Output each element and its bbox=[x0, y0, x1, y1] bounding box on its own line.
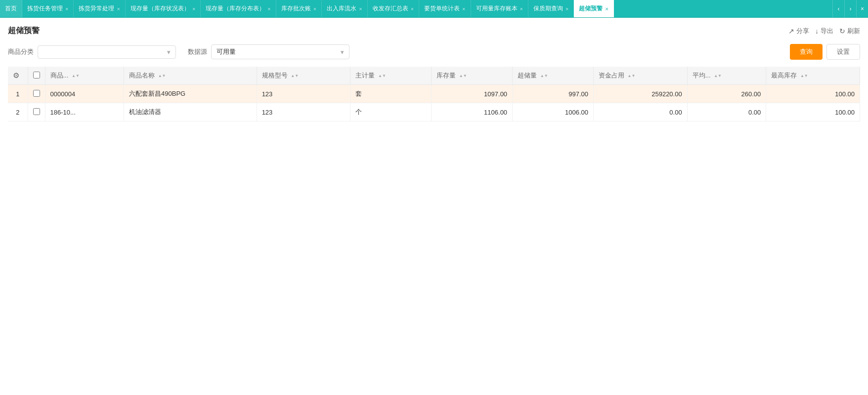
nav-avail-stock[interactable]: 可用量库存账本 × bbox=[471, 0, 528, 18]
col-max: 最高库存 ▲▼ bbox=[766, 67, 860, 85]
col-name: 商品名称 ▲▼ bbox=[124, 67, 257, 85]
nav-collect[interactable]: 收发存汇总表 × bbox=[368, 0, 419, 18]
data-table: ⚙ 商品... ▲▼ 商品名称 ▲▼ 规格型号 ▲▼ 主计 bbox=[8, 67, 860, 121]
sort-code-icon[interactable]: ▲▼ bbox=[72, 74, 80, 78]
category-filter-group: 商品分类 ▾ bbox=[8, 45, 176, 59]
export-icon: ↓ bbox=[815, 27, 819, 35]
row-avg: 0.00 bbox=[687, 103, 766, 121]
row-stock: 1106.00 bbox=[432, 103, 513, 121]
close-collect-icon[interactable]: × bbox=[411, 6, 414, 12]
row-overstock: 997.00 bbox=[513, 85, 594, 103]
category-select[interactable]: ▾ bbox=[38, 45, 176, 59]
header-actions: ↗ 分享 ↓ 导出 ↻ 刷新 bbox=[788, 27, 860, 36]
row-checkbox-cell bbox=[28, 85, 45, 103]
gear-settings-col[interactable]: ⚙ bbox=[8, 67, 28, 85]
nav-close-all[interactable]: × bbox=[856, 0, 868, 18]
col-capital: 资金占用 ▲▼ bbox=[593, 67, 687, 85]
row-code: 186-10... bbox=[45, 103, 124, 121]
close-quality-icon[interactable]: × bbox=[565, 6, 568, 12]
close-overstock-icon[interactable]: × bbox=[605, 6, 608, 12]
row-checkbox[interactable] bbox=[33, 108, 40, 115]
sort-avg-icon[interactable]: ▲▼ bbox=[714, 74, 722, 78]
row-unit: 个 bbox=[350, 103, 432, 121]
category-label: 商品分类 bbox=[8, 47, 34, 56]
filter-row: 商品分类 ▾ 数据源 可用量 ▾ 查询 设置 bbox=[8, 44, 860, 60]
row-max: 100.00 bbox=[766, 103, 860, 121]
export-button[interactable]: ↓ 导出 bbox=[815, 27, 833, 36]
page-header: 超储预警 ↗ 分享 ↓ 导出 ↻ 刷新 bbox=[8, 26, 860, 36]
col-stock: 库存量 ▲▼ bbox=[432, 67, 513, 85]
datasource-filter-group: 数据源 可用量 ▾ bbox=[188, 44, 349, 59]
refresh-button[interactable]: ↻ 刷新 bbox=[839, 27, 860, 36]
datasource-select[interactable]: 可用量 ▾ bbox=[211, 44, 349, 59]
top-nav: 首页 拣货任务管理 × 拣货异常处理 × 现存量（库存状况表） × 现存量（库存… bbox=[0, 0, 868, 18]
select-all-col bbox=[28, 67, 45, 85]
row-number: 1 bbox=[8, 85, 28, 103]
sort-stock-icon[interactable]: ▲▼ bbox=[459, 74, 467, 78]
close-avail-stock-icon[interactable]: × bbox=[520, 6, 523, 12]
sort-name-icon[interactable]: ▲▼ bbox=[158, 74, 166, 78]
nav-home[interactable]: 首页 bbox=[0, 0, 22, 18]
nav-stock-dist[interactable]: 现存量（库存分布表） × bbox=[201, 0, 276, 18]
row-checkbox-cell bbox=[28, 103, 45, 121]
row-overstock: 1006.00 bbox=[513, 103, 594, 121]
table-row: 2 186-10... 机油滤清器 123 个 1106.00 1006.00 … bbox=[8, 103, 860, 121]
select-all-checkbox[interactable] bbox=[33, 72, 40, 79]
nav-order-stat[interactable]: 要货单统计表 × bbox=[419, 0, 471, 18]
col-avg: 平均... ▲▼ bbox=[687, 67, 766, 85]
nav-inout[interactable]: 出入库流水 × bbox=[322, 0, 367, 18]
row-code: 0000004 bbox=[45, 85, 124, 103]
settings-button[interactable]: 设置 bbox=[826, 44, 860, 60]
nav-stock-status[interactable]: 现存量（库存状况表） × bbox=[126, 0, 201, 18]
nav-prev-arrow[interactable]: ‹ bbox=[832, 0, 844, 18]
table-row: 1 0000004 六配套新昌490BPG 123 套 1097.00 997.… bbox=[8, 85, 860, 103]
nav-overstock[interactable]: 超储预警 × bbox=[574, 0, 613, 18]
row-avg: 260.00 bbox=[687, 85, 766, 103]
row-checkbox[interactable] bbox=[33, 90, 40, 97]
nav-arrows: ‹ › × bbox=[832, 0, 868, 18]
row-name: 六配套新昌490BPG bbox=[124, 85, 257, 103]
col-overstock: 超储量 ▲▼ bbox=[513, 67, 594, 85]
page-title: 超储预警 bbox=[8, 26, 40, 36]
close-inout-icon[interactable]: × bbox=[359, 6, 362, 12]
share-icon: ↗ bbox=[788, 27, 794, 35]
chevron-down-icon: ▾ bbox=[341, 48, 344, 56]
sort-capital-icon[interactable]: ▲▼ bbox=[628, 74, 636, 78]
sort-spec-icon[interactable]: ▲▼ bbox=[291, 74, 299, 78]
query-button[interactable]: 查询 bbox=[790, 44, 823, 60]
close-batch-icon[interactable]: × bbox=[313, 6, 316, 12]
chevron-down-icon: ▾ bbox=[167, 48, 171, 56]
row-spec: 123 bbox=[257, 85, 350, 103]
sort-overstock-icon[interactable]: ▲▼ bbox=[540, 74, 548, 78]
col-code: 商品... ▲▼ bbox=[45, 67, 124, 85]
col-unit: 主计量 ▲▼ bbox=[350, 67, 432, 85]
close-order-stat-icon[interactable]: × bbox=[462, 6, 465, 12]
nav-batch[interactable]: 库存批次账 × bbox=[276, 0, 322, 18]
row-max: 100.00 bbox=[766, 85, 860, 103]
close-task-icon[interactable]: × bbox=[65, 6, 68, 12]
nav-quality[interactable]: 保质期查询 × bbox=[528, 0, 574, 18]
row-name: 机油滤清器 bbox=[124, 103, 257, 121]
close-stock-status-icon[interactable]: × bbox=[192, 6, 195, 12]
nav-abnormal[interactable]: 拣货异常处理 × bbox=[74, 0, 125, 18]
filter-buttons: 查询 设置 bbox=[790, 44, 860, 60]
row-unit: 套 bbox=[350, 85, 432, 103]
datasource-label: 数据源 bbox=[188, 47, 207, 56]
page-content: 超储预警 ↗ 分享 ↓ 导出 ↻ 刷新 商品分类 ▾ 数据源 bbox=[0, 18, 868, 395]
close-stock-dist-icon[interactable]: × bbox=[267, 6, 270, 12]
close-abnormal-icon[interactable]: × bbox=[117, 6, 120, 12]
nav-task[interactable]: 拣货任务管理 × bbox=[22, 0, 74, 18]
row-spec: 123 bbox=[257, 103, 350, 121]
sort-max-icon[interactable]: ▲▼ bbox=[800, 74, 808, 78]
gear-icon: ⚙ bbox=[13, 71, 19, 79]
col-spec: 规格型号 ▲▼ bbox=[257, 67, 350, 85]
row-number: 2 bbox=[8, 103, 28, 121]
table-header-row: ⚙ 商品... ▲▼ 商品名称 ▲▼ 规格型号 ▲▼ 主计 bbox=[8, 67, 860, 85]
row-capital: 259220.00 bbox=[593, 85, 687, 103]
sort-unit-icon[interactable]: ▲▼ bbox=[378, 74, 386, 78]
nav-next-arrow[interactable]: › bbox=[844, 0, 856, 18]
row-capital: 0.00 bbox=[593, 103, 687, 121]
refresh-icon: ↻ bbox=[839, 27, 845, 35]
row-stock: 1097.00 bbox=[432, 85, 513, 103]
share-button[interactable]: ↗ 分享 bbox=[788, 27, 809, 36]
